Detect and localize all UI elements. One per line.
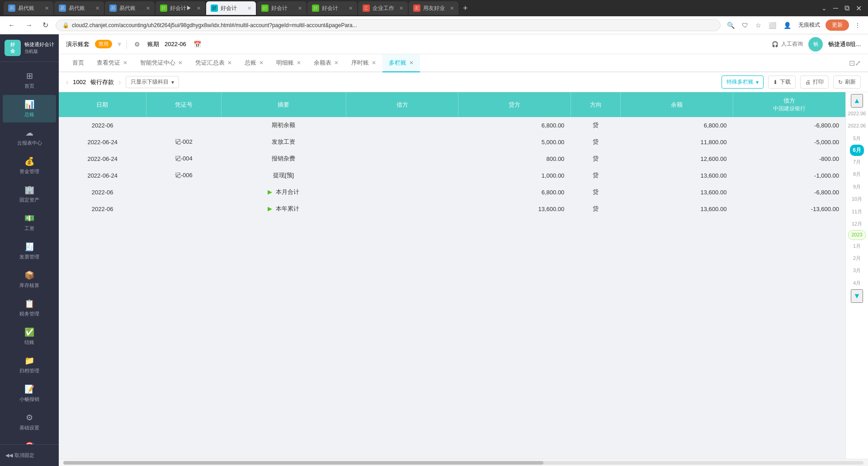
tab-detail-ledger[interactable]: 明细账 ✕ [270,54,307,72]
sidebar-item-payroll[interactable]: 💵 工资 [3,209,56,236]
menu-btn[interactable]: ⋮ [853,20,863,31]
sidebar-item-invoice[interactable]: 🧾 发票管理 [3,237,56,265]
sidebar-item-home[interactable]: ⊞ 首页 [3,66,56,94]
scrollbar-thumb[interactable] [63,461,543,465]
tab-7[interactable]: 好 好会计 ✕ [307,1,357,15]
close-btn[interactable]: ✕ [853,4,864,13]
timeline-7[interactable]: 7月 [851,156,863,168]
tab-6[interactable]: 好 好会计 ✕ [257,1,307,15]
tab-2[interactable]: 易 易代账 ✕ [54,1,104,15]
sidebar-item-archive[interactable]: 📁 归档管理 [3,351,56,379]
print-button[interactable]: 🖨 打印 [800,75,829,89]
sidebar-item-inventory[interactable]: 📦 库存核算 [3,266,56,293]
tab-view-voucher[interactable]: 查看凭证 ✕ [90,54,134,72]
tab-8-close[interactable]: ✕ [399,5,403,11]
tab-voucher-summary-close[interactable]: ✕ [227,60,232,66]
timeline-10[interactable]: 10月 [850,193,864,205]
timeline-12[interactable]: 12月 [850,218,864,230]
tab-2-close[interactable]: ✕ [95,5,99,11]
cell-voucher-3[interactable]: 记-006 [146,167,221,184]
panel-expand-button[interactable]: ⤢ [855,59,861,67]
tab-voucher-summary[interactable]: 凭证汇总表 ✕ [189,54,238,72]
special-multi-btn[interactable]: 特殊多栏账 ▾ [722,75,764,89]
sidebar-item-close[interactable]: ✅ 结账 [3,323,56,350]
tab-home[interactable]: 首页 [66,54,90,72]
settings-gear-button[interactable]: ⚙ [132,39,142,50]
timeline-11[interactable]: 11月 [850,206,864,218]
timeline-8[interactable]: 8月 [851,168,863,180]
tab-4-close[interactable]: ✕ [197,5,201,11]
sidebar-item-expense[interactable]: 📝 小畅报销 [3,380,56,407]
sidebar-item-funds[interactable]: 💰 资金管理 [3,152,56,179]
cell-voucher-1[interactable]: 记-002 [146,134,221,151]
sidebar-item-assets[interactable]: 🏢 固定资产 [3,180,56,208]
timeline-6[interactable]: 6月 [850,145,864,156]
tab-general-ledger[interactable]: 总账 ✕ [238,54,270,72]
tab-multi-column[interactable]: 多栏账 ✕ [382,54,420,72]
tab-3[interactable]: 易 易代账 ✕ [105,1,155,15]
tab-3-close[interactable]: ✕ [146,5,150,11]
timeline-2023-3[interactable]: 3月 [851,264,863,277]
search-toolbar-btn[interactable]: 🔍 [725,20,736,31]
dropdown-arrow-icon[interactable]: ▾ [118,40,121,48]
sidebar-item-tax[interactable]: 📋 税务管理 [3,294,56,322]
back-button[interactable]: ← [5,19,18,31]
tab-detail-ledger-close[interactable]: ✕ [297,60,301,66]
cell-voucher-2[interactable]: 记-004 [146,151,221,167]
sub-filter-dropdown[interactable]: 只显示下级科目 ▾ [126,76,179,88]
tab-9[interactable]: 友 用友好业 ✕ [409,1,458,15]
timeline-scroll-down[interactable]: ▼ [851,289,863,303]
restore-btn[interactable]: ⧉ [842,4,852,12]
tab-multi-column-close[interactable]: ✕ [409,60,414,66]
update-button[interactable]: 更新 [826,19,849,31]
account-prev-button[interactable]: ‹ [66,78,68,86]
tab-smart-voucher-close[interactable]: ✕ [178,60,183,66]
pin-button[interactable]: ◀◀ 取消固定 [3,449,56,461]
shield-btn[interactable]: 🛡 [740,20,750,31]
tab-sequence-ledger-close[interactable]: ✕ [372,60,376,66]
panel-collapse-button[interactable]: ⊡ [849,59,855,67]
download-button[interactable]: ⬇ 下载 [768,75,796,89]
reload-button[interactable]: ↻ [40,19,51,31]
profile-btn[interactable]: 👤 [782,20,793,31]
timeline-2022-06-1[interactable]: 2022.06 [846,108,868,120]
timeline-2023[interactable]: 2023 [848,230,865,240]
sidebar-item-guide[interactable]: 🎯 新手引导 [3,437,56,444]
tab-view-voucher-close[interactable]: ✕ [123,60,127,66]
timeline-2023-1[interactable]: 1月 [851,240,863,252]
account-next-button[interactable]: › [118,78,121,86]
tab-1-close[interactable]: ✕ [45,5,49,11]
timeline-scroll-up[interactable]: ▲ [851,94,863,108]
timeline-9[interactable]: 9月 [851,181,863,193]
tab-balance-sheet[interactable]: 余额表 ✕ [307,54,345,72]
tab-5[interactable]: 好 好会计 ✕ [206,1,256,15]
tab-7-close[interactable]: ✕ [349,5,353,11]
tab-1[interactable]: 易 易代账 ✕ [4,1,53,15]
timeline-2022-06-2[interactable]: 2022.06 [846,120,868,132]
tab-4[interactable]: 好 好会计▶ ✕ [156,1,205,15]
tab-6-close[interactable]: ✕ [298,5,302,11]
url-bar[interactable]: 🔒 cloud2.chanjet.com/accounting/uh26t264… [56,19,721,31]
ai-consult-button[interactable]: 🎧 人工咨询 [772,40,803,48]
bookmark-btn[interactable]: ☆ [754,20,763,31]
sidebar-item-reports[interactable]: ☁ 云报表中心 [3,123,56,151]
tab-8[interactable]: C 企业工作 ✕ [358,1,408,15]
timeline-5[interactable]: 5月 [851,132,863,145]
timeline-2023-2[interactable]: 2月 [851,252,863,264]
sidebar-item-settings[interactable]: ⚙ 基础设置 [3,408,56,436]
tab-sequence-ledger[interactable]: 序时账 ✕ [345,54,382,72]
horizontal-scrollbar[interactable] [63,461,863,465]
tab-smart-voucher[interactable]: 智能凭证中心 ✕ [134,54,189,72]
minimize-btn[interactable]: ─ [830,4,841,12]
calendar-button[interactable]: 📅 [192,39,203,50]
new-tab-button[interactable]: + [459,4,472,13]
sidebar-toggle-btn[interactable]: ⬜ [767,20,778,31]
forward-button[interactable]: → [23,19,35,31]
refresh-button[interactable]: ↻ 刷新 [833,75,861,89]
tab-9-close[interactable]: ✕ [450,5,454,11]
tab-5-close[interactable]: ✕ [247,5,251,11]
tab-list-btn[interactable]: ⌄ [819,5,830,12]
tab-general-ledger-close[interactable]: ✕ [259,60,264,66]
tab-balance-sheet-close[interactable]: ✕ [334,60,339,66]
sidebar-item-ledger[interactable]: 📊 总账 [3,95,56,122]
